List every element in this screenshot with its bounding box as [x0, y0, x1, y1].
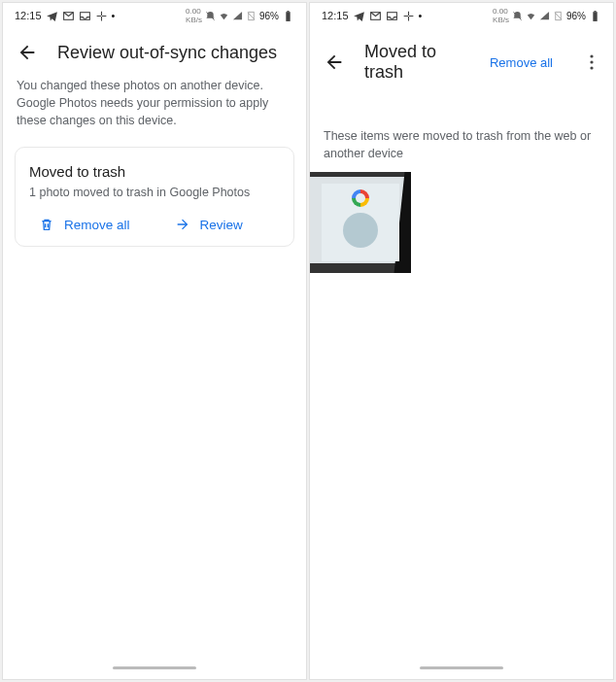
arrow-right-icon [175, 217, 190, 232]
description-text: You changed these photos on another devi… [3, 77, 306, 147]
app-header: Moved to trash Remove all [310, 28, 613, 96]
nav-handle[interactable] [420, 666, 503, 669]
photo-content [322, 184, 399, 261]
description-text: These items were moved to trash from the… [310, 96, 613, 172]
svg-point-16 [590, 66, 593, 69]
nav-handle[interactable] [113, 666, 196, 669]
gmail-icon [369, 10, 382, 22]
card-title: Moved to trash [29, 163, 280, 180]
gmail-icon [62, 10, 75, 22]
google-logo-icon [352, 189, 369, 207]
page-title: Moved to trash [364, 42, 470, 83]
telegram-icon [353, 10, 365, 22]
sync-card: Moved to trash 1 photo moved to trash in… [15, 147, 294, 247]
no-sim-icon [246, 11, 257, 21]
signal-icon [539, 11, 550, 21]
status-time: 12:15 [322, 10, 349, 21]
svg-point-14 [590, 54, 593, 57]
review-button[interactable]: Review [165, 217, 243, 232]
battery-icon [589, 10, 601, 22]
slack-icon [402, 10, 415, 22]
more-vert-icon [590, 54, 594, 70]
back-icon[interactable] [17, 42, 38, 63]
svg-rect-6 [287, 11, 289, 12]
data-rate-icon: 0.00KB/s [493, 7, 509, 24]
battery-icon [282, 10, 294, 22]
remove-all-label: Remove all [64, 218, 130, 232]
status-bar: 12:15 • 0.00KB/s 96% [310, 3, 613, 28]
slack-icon [95, 10, 108, 22]
status-bar: 12:15 • 0.00KB/s 96% [3, 3, 306, 28]
review-label: Review [200, 218, 243, 232]
dnd-icon [512, 11, 523, 21]
card-subtitle: 1 photo moved to trash in Google Photos [29, 186, 280, 199]
status-dot: • [112, 10, 116, 21]
dnd-icon [205, 11, 216, 21]
data-rate-icon: 0.00KB/s [186, 7, 202, 24]
trash-icon [39, 217, 54, 232]
no-sim-icon [553, 11, 564, 21]
screen-moved-to-trash: 12:15 • 0.00KB/s 96% Moved to trash Remo… [309, 2, 614, 680]
telegram-icon [46, 10, 58, 22]
photo-thumbnail[interactable] [310, 172, 411, 273]
svg-rect-12 [593, 12, 597, 21]
chromecast-device [343, 213, 378, 248]
battery-percent: 96% [566, 11, 586, 21]
app-header: Review out-of-sync changes [3, 28, 306, 77]
page-title: Review out-of-sync changes [57, 43, 294, 63]
svg-rect-13 [594, 11, 596, 12]
inbox-icon [386, 10, 398, 22]
svg-point-15 [590, 60, 593, 63]
overflow-menu-button[interactable] [582, 52, 601, 72]
wifi-icon [526, 11, 536, 21]
status-dot: • [419, 10, 423, 21]
status-time: 12:15 [15, 10, 42, 21]
screen-review-changes: 12:15 • 0.00KB/s 96% Review out-of-sync … [2, 2, 307, 680]
remove-all-button[interactable]: Remove all [490, 55, 553, 70]
remove-all-button[interactable]: Remove all [29, 217, 130, 232]
card-actions: Remove all Review [29, 217, 280, 238]
wifi-icon [219, 11, 229, 21]
signal-icon [232, 11, 243, 21]
battery-percent: 96% [259, 11, 279, 21]
inbox-icon [79, 10, 91, 22]
back-icon[interactable] [324, 51, 345, 73]
svg-rect-5 [286, 12, 290, 21]
